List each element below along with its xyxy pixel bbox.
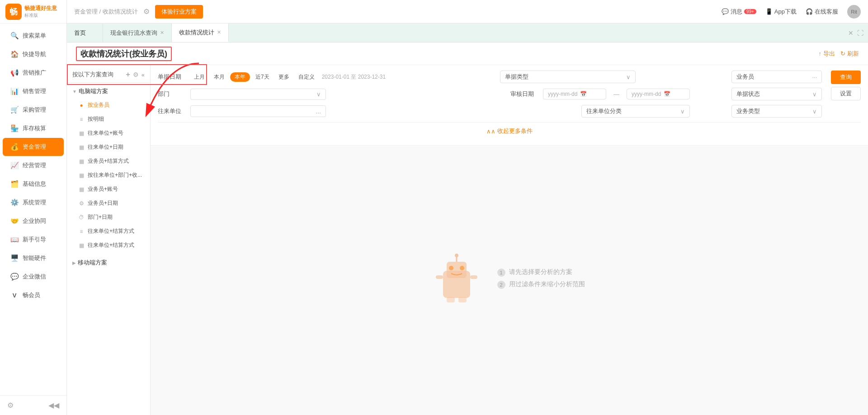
scheme-item-staff-date[interactable]: ⚙ 业务员+日期 [67,196,150,210]
hardware-icon: 🖥️ [10,254,19,263]
filter-row-1: 单据日期 上月 本月 本年 近7天 更多 自定义 2023-01-01 至 20… [158,71,822,83]
audit-date-label: 审核日期 [510,90,536,98]
sidebar-item-hardware[interactable]: 🖥️ 智能硬件 [3,249,64,267]
filter-actions: 查询 设置 [831,71,861,100]
calendar-icon: 📅 [580,91,587,97]
scheme-item-partner-settlement2[interactable]: ▦ 往来单位+结算方式 [67,238,150,252]
date-range-display: 2023-01-01 至 2023-12-31 [322,73,386,81]
online-service-action[interactable]: 🎧 在线客服 [806,8,838,16]
scheme-item-by-detail[interactable]: ≡ 按明细 [67,112,150,126]
scheme-item-staff-account[interactable]: ▦ 业务员+账号 [67,182,150,196]
tab-close-receipt-stats[interactable]: ✕ [217,29,221,35]
close-tab-icon[interactable]: ✕ [848,29,854,37]
sidebar-item-inventory[interactable]: 🏪 库存核算 [3,119,64,137]
empty-state: 1 请先选择要分析的方案 2 用过滤条件来缩小分析范围 [151,146,868,415]
counterpart-select[interactable]: ... [190,105,326,117]
sidebar-item-member[interactable]: V 畅会员 [3,286,64,304]
sidebar-item-guide[interactable]: 📖 新手引导 [3,231,64,249]
wechat-icon: 💬 [10,272,19,281]
svg-point-2 [449,266,453,270]
basic-icon: 🗂️ [10,179,19,189]
scheme-group-mobile: ▶ 移动端方案 [67,254,150,271]
top-header-right: 💬 消息 99+ 📱 App下载 🎧 在线客服 Rit [722,5,861,19]
salesperson-select[interactable]: 业务员 ··· [731,71,822,83]
trial-button[interactable]: 体验行业方案 [155,5,203,19]
counterpart-category-select[interactable]: 往来单位分类 ∨ [581,105,690,118]
date-tab-last-month[interactable]: 上月 [190,72,208,82]
svg-rect-1 [447,262,467,278]
date-tab-more[interactable]: 更多 [275,72,293,82]
date-separator: — [613,91,619,98]
app-download-action[interactable]: 📱 App下载 [765,8,797,16]
date-tab-custom[interactable]: 自定义 [295,72,318,82]
scheme-item-partner-date[interactable]: ▦ 往来单位+日期 [67,140,150,154]
sidebar-item-basic[interactable]: 🗂️ 基础信息 [3,175,64,193]
sidebar-item-operations[interactable]: 📈 经营管理 [3,156,64,174]
refresh-icon: ↻ [840,50,845,57]
business-type-select[interactable]: 业务类型 ∨ [731,105,822,118]
scheme-settings-icon[interactable]: ⚙ [133,71,139,78]
tab-bar: 首页 现金银行流水查询 ✕ 收款情况统计 ✕ ✕ ⛶ [67,24,868,42]
empty-steps: 1 请先选择要分析的方案 2 用过滤条件来缩小分析范围 [497,268,585,292]
date-tab-this-year[interactable]: 本年 [230,72,250,82]
scheme-group-desktop-title[interactable]: ▼ 电脑端方案 [67,85,150,98]
calendar-icon-2: 📅 [664,91,670,97]
refresh-button[interactable]: ↻ 刷新 [840,50,859,58]
sidebar-item-wechat[interactable]: 💬 企业微信 [3,268,64,286]
voucher-status-select[interactable]: 单据状态 ∨ [731,88,822,100]
setting-button[interactable]: 设置 [831,87,861,100]
partner-account-icon: ▦ [78,130,85,137]
tab-bank-flow[interactable]: 现金银行流水查询 ✕ [103,24,172,42]
collapse-panel-icon[interactable]: « [142,71,145,78]
gear-icon[interactable]: ⚙ [143,7,150,16]
content-area: 按以下方案查询 + ⚙ « ▼ 电脑端方案 ● 按业务员 [67,65,868,415]
audit-date-to[interactable]: yyyy-mm-dd 📅 [627,89,690,99]
settings-footer-icon[interactable]: ⚙ [7,401,14,410]
sidebar-footer: ⚙ ◀◀ [0,395,66,415]
tab-bar-actions: ✕ ⛶ [844,24,868,42]
scheme-item-dept-date[interactable]: ⏱ 部门+日期 [67,210,150,224]
audit-date-from[interactable]: yyyy-mm-dd 📅 [543,89,606,99]
sidebar-item-finance[interactable]: 💰 资金管理 [3,138,64,156]
scheme-item-partner-account[interactable]: ▦ 往来单位+账号 [67,126,150,140]
tab-receipt-stats[interactable]: 收款情况统计 ✕ [172,24,229,42]
collapse-bar[interactable]: ∧∧ 收起更多条件 [158,122,861,140]
scheme-item-by-staff[interactable]: ● 按业务员 [67,98,150,112]
sidebar-item-purchase[interactable]: 🛒 采购管理 [3,101,64,119]
sidebar-item-enterprise[interactable]: 🤝 企业协同 [3,212,64,230]
logo-text: 畅捷通好生意 标准版 [24,5,57,19]
voucher-type-chevron: ∨ [626,74,631,80]
query-button[interactable]: 查询 [831,71,861,84]
partner-settlement2-icon: ▦ [78,242,85,249]
dept-select[interactable]: ∨ [190,89,326,100]
scheme-group-desktop: ▼ 电脑端方案 ● 按业务员 ≡ 按明细 ▦ 往来单位+账号 ▦ 往来单位+ [67,83,150,254]
sidebar-item-search[interactable]: 🔍 搜索菜单 [3,27,64,45]
search-icon: 🔍 [10,31,19,40]
scheme-item-staff-settlement[interactable]: ▦ 业务员+结算方式 [67,154,150,168]
sidebar-item-quick-nav[interactable]: 🏠 快捷导航 [3,45,64,63]
message-action[interactable]: 💬 消息 99+ [722,8,756,16]
date-tab-last7[interactable]: 近7天 [252,72,273,82]
sidebar-item-marketing[interactable]: 📢 营销推广 [3,64,64,82]
page-title: 收款情况统计(按业务员) [76,47,172,61]
date-tab-this-month[interactable]: 本月 [210,72,228,82]
home-icon: 🏠 [10,50,19,59]
add-scheme-icon[interactable]: + [126,71,130,79]
scheme-item-partner-dept[interactable]: ▦ 按往来单位+部门+收... [67,168,150,182]
maximize-icon[interactable]: ⛶ [857,29,863,37]
app-icon: 📱 [765,8,773,15]
collapse-sidebar-icon[interactable]: ◀◀ [48,401,59,410]
tab-home[interactable]: 首页 [67,24,103,42]
counterpart-dots[interactable]: ... [316,108,321,115]
scheme-group-mobile-title[interactable]: ▶ 移动端方案 [67,256,150,269]
sidebar-item-system[interactable]: ⚙️ 系统管理 [3,193,64,212]
scheme-item-partner-settlement[interactable]: ≡ 往来单位+结算方式 [67,224,150,238]
voucher-type-select[interactable]: 单据类型 ∨ [500,71,636,83]
svg-rect-7 [470,275,477,279]
tab-close-bank-flow[interactable]: ✕ [160,30,164,36]
detail-icon: ≡ [78,116,85,123]
sidebar-item-sales[interactable]: 📊 销售管理 [3,82,64,100]
export-button[interactable]: ↑ 导出 [819,50,835,58]
filter-area: 单据日期 上月 本月 本年 近7天 更多 自定义 2023-01-01 至 20… [151,65,868,146]
user-avatar-action[interactable]: Rit [847,5,861,19]
